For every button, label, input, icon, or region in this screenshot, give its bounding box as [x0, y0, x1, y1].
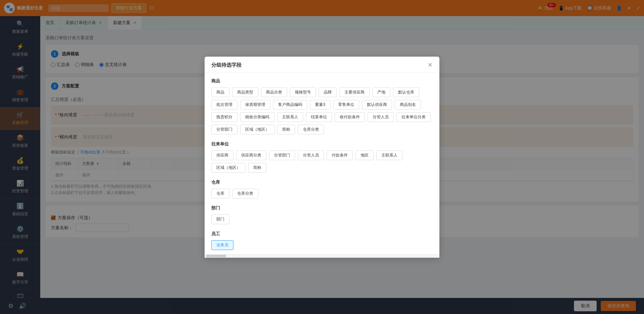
dept-field-tags: 部门	[211, 214, 433, 224]
tag-salesperson[interactable]: 业务员	[211, 240, 233, 250]
tag-abbr[interactable]: 简称	[248, 163, 266, 173]
tag-spec[interactable]: 规格型号	[290, 87, 316, 97]
tag-quality-mgmt[interactable]: 保质期管理	[240, 100, 270, 110]
tag-manager[interactable]: 分管人员	[368, 112, 394, 122]
tag-goods-type[interactable]: 商品类型	[232, 87, 258, 97]
tag-origin[interactable]: 产地	[372, 87, 390, 97]
tag-customer-code[interactable]: 客户商品编码	[273, 100, 307, 110]
tag-dept-in-charge[interactable]: 分管部门	[211, 125, 237, 134]
goods-field-tags: 商品 商品类型 商品分类 规格型号 品牌 主要供应商 产地 默认仓库 批次管理 …	[211, 87, 433, 134]
scroll-thumb	[206, 255, 226, 257]
section-warehouse-title: 仓库	[211, 179, 433, 185]
warehouse-field-tags: 仓库 仓库分类	[211, 189, 433, 198]
tag-batch-mgmt[interactable]: 批次管理	[211, 100, 237, 110]
tag-contact[interactable]: 主联系人	[376, 150, 402, 160]
section-partner: 往来单位 供应商 供应商分类 分管部门 分管人员 付款条件 地区 主联系人 区域…	[211, 141, 433, 173]
employee-field-tags: 业务员	[211, 240, 433, 250]
tag-warehouse-cat[interactable]: 仓库分类	[298, 125, 324, 134]
tag-dept[interactable]: 分管部门	[269, 150, 295, 160]
tag-wh-cat[interactable]: 仓库分类	[232, 189, 258, 198]
tag-pick-points[interactable]: 拣货积分	[211, 112, 237, 122]
tag-goods-alias[interactable]: 商品别名	[395, 100, 421, 110]
tag-goods[interactable]: 商品	[211, 87, 229, 97]
tag-pay-terms[interactable]: 付款条件	[327, 150, 353, 160]
modal-header: 分组待选字段 ✕	[205, 57, 439, 73]
tag-short-name[interactable]: 简称	[277, 125, 295, 134]
tag-main-supplier[interactable]: 主要供应商	[339, 87, 370, 97]
modal-title: 分组待选字段	[211, 62, 241, 68]
modal-body: 商品 商品 商品类型 商品分类 规格型号 品牌 主要供应商 产地 默认仓库 批次…	[205, 73, 439, 254]
tag-weight[interactable]: 重量3	[310, 100, 330, 110]
section-dept: 部门 部门	[211, 205, 433, 224]
modal-dialog: 分组待选字段 ✕ 商品 商品 商品类型 商品分类 规格型号 品牌 主要供应商 产…	[205, 57, 439, 258]
section-warehouse: 仓库 仓库 仓库分类	[211, 179, 433, 198]
tag-brand[interactable]: 品牌	[319, 87, 337, 97]
partner-field-tags: 供应商 供应商分类 分管部门 分管人员 付款条件 地区 主联系人 区域（地区） …	[211, 150, 433, 173]
modal-close-btn[interactable]: ✕	[428, 62, 433, 68]
tag-goods-category[interactable]: 商品分类	[261, 87, 287, 97]
tag-area[interactable]: 地区	[356, 150, 374, 160]
tag-main-contact[interactable]: 主联系人	[277, 112, 303, 122]
section-partner-title: 往来单位	[211, 141, 433, 147]
tag-department[interactable]: 部门	[211, 214, 229, 224]
section-goods: 商品 商品 商品类型 商品分类 规格型号 品牌 主要供应商 产地 默认仓库 批次…	[211, 78, 433, 134]
tag-supplier[interactable]: 供应商	[211, 150, 233, 160]
tag-region[interactable]: 区域（地区）	[240, 125, 274, 134]
modal-overlay: 分组待选字段 ✕ 商品 商品 商品类型 商品分类 规格型号 品牌 主要供应商 产…	[0, 0, 644, 314]
section-goods-title: 商品	[211, 78, 433, 84]
tag-retail-unit[interactable]: 零售单位	[333, 100, 359, 110]
tag-default-supplier[interactable]: 默认供应商	[362, 100, 392, 110]
tag-payment-terms[interactable]: 收付款条件	[335, 112, 365, 122]
modal-scrollbar[interactable]	[205, 254, 439, 258]
tag-default-warehouse[interactable]: 默认仓库	[393, 87, 419, 97]
tag-person[interactable]: 分管人员	[298, 150, 324, 160]
tag-tax-code[interactable]: 税收分类编码	[240, 112, 274, 122]
section-employee-title: 员工	[211, 231, 433, 237]
tag-wh[interactable]: 仓库	[211, 189, 229, 198]
tag-region2[interactable]: 区域（地区）	[211, 163, 246, 173]
tag-settle-unit[interactable]: 结算单位	[306, 112, 332, 122]
tag-supplier-cat[interactable]: 供应商分类	[236, 150, 266, 160]
section-employee: 员工 业务员	[211, 231, 433, 250]
section-dept-title: 部门	[211, 205, 433, 211]
tag-partner-category[interactable]: 往来单位分类	[396, 112, 431, 122]
